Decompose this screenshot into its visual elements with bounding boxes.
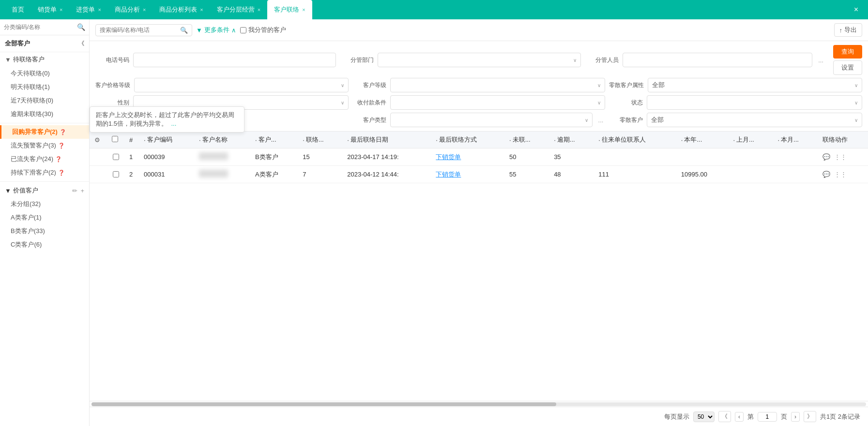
sidebar-item-class-b[interactable]: B类客户(33): [0, 224, 89, 238]
value-customers-add-icon[interactable]: +: [80, 187, 84, 194]
row2-checkbox[interactable]: [113, 171, 119, 177]
export-icon: ↑: [839, 27, 843, 34]
row2-name: [194, 166, 250, 183]
payment-select[interactable]: ∨: [390, 95, 606, 110]
column-settings-icon[interactable]: ⚙: [94, 136, 100, 144]
sidebar-search-icon[interactable]: 🔍: [77, 23, 85, 31]
my-customers-checkbox-label[interactable]: 我分管的客户: [240, 26, 286, 34]
help-icon-churned[interactable]: ❓: [55, 156, 62, 162]
help-icon-declining[interactable]: ❓: [58, 170, 65, 176]
col-customer-name: · 客户名称: [194, 132, 250, 148]
gender-label: 性别: [95, 99, 129, 107]
sidebar-item-ungrouped[interactable]: 未分组(32): [0, 197, 89, 211]
search-icon[interactable]: 🔍: [180, 27, 188, 34]
horizontal-scrollbar[interactable]: [90, 401, 868, 407]
sidebar-value-customers-header[interactable]: ▼ 价值客户 ✏ +: [0, 184, 89, 197]
sidebar-item-declining[interactable]: 持续下滑客户(2) ❓: [0, 166, 89, 179]
gender-arrow-icon: ∨: [341, 100, 344, 105]
col-last-contact-method: · 最后联络方式: [431, 132, 504, 148]
customer-level-label: 客户等级: [352, 81, 386, 89]
sidebar-divider-1: [0, 123, 89, 123]
help-icon-churn-warning[interactable]: ❓: [58, 143, 65, 149]
branch-person-more-icon[interactable]: ...: [816, 57, 825, 64]
retail-attr-select[interactable]: 全部 ∨: [648, 78, 862, 92]
branch-person-select[interactable]: [623, 53, 812, 67]
nav-customer-tiering[interactable]: 客户分层经营 ×: [210, 0, 267, 19]
row2-last-method[interactable]: 下销货单: [431, 166, 504, 183]
customer-type-more-icon[interactable]: ...: [596, 117, 606, 124]
close-goods-analysis-list-tab[interactable]: ×: [200, 7, 203, 13]
row2-chat-icon[interactable]: 💬: [822, 171, 830, 178]
scrollbar-thumb[interactable]: [91, 402, 556, 406]
prev-page-button[interactable]: ‹: [735, 412, 744, 422]
row1-chat-icon[interactable]: 💬: [822, 153, 830, 161]
col-this-year: · 本年...: [676, 132, 729, 148]
my-customers-checkbox[interactable]: [240, 27, 246, 33]
row2-more-icon[interactable]: ⋮⋮: [834, 171, 847, 178]
settings-button[interactable]: 设置: [833, 60, 862, 75]
status-select[interactable]: ∨: [647, 95, 862, 110]
close-goods-analysis-tab[interactable]: ×: [143, 7, 146, 13]
sidebar-item-class-c[interactable]: C类客户(6): [0, 238, 89, 251]
nav-customer-contact[interactable]: 客户联络 ×: [267, 0, 312, 19]
value-customers-settings-icon[interactable]: ✏: [72, 187, 77, 194]
query-button[interactable]: 查询: [833, 45, 862, 59]
per-page-select[interactable]: 50: [693, 411, 715, 422]
nav-sales[interactable]: 销货单 ×: [31, 0, 69, 19]
nav-purchase[interactable]: 进货单 ×: [69, 0, 107, 19]
phone-input[interactable]: [133, 53, 336, 67]
customer-type-select[interactable]: ∨: [390, 113, 593, 127]
row1-more-icon[interactable]: ⋮⋮: [834, 153, 847, 161]
tooltip-more-link[interactable]: ...: [171, 120, 176, 127]
row1-overdue: 35: [549, 148, 594, 166]
sidebar-item-repurchase-anomaly[interactable]: 回购异常客户(2) ❓: [0, 125, 89, 139]
sidebar-search-area: 🔍: [0, 19, 89, 35]
table-row: 1 000039 B类客户 15 2023-04-17 14:19: 下销货单 …: [90, 148, 868, 166]
sidebar-group-pending[interactable]: ▼ 待联络客户: [0, 52, 89, 67]
close-purchase-tab[interactable]: ×: [98, 7, 101, 13]
last-page-button[interactable]: 》: [804, 411, 816, 422]
nav-goods-analysis[interactable]: 商品分析 ×: [108, 0, 152, 19]
content-area: 🔍 ▼ 更多条件 ∧ 我分管的客户 ↑ 导出 电话号码: [90, 19, 868, 426]
col-settings[interactable]: ⚙: [90, 132, 107, 148]
sidebar-item-tomorrow[interactable]: 明天待联络(1): [0, 80, 89, 94]
filter-icon: ▼: [196, 27, 202, 34]
sidebar-search-input[interactable]: [4, 24, 77, 30]
nav-home[interactable]: 首页: [5, 0, 31, 19]
row1-last-method[interactable]: 下销货单: [431, 148, 504, 166]
page-number-input[interactable]: [758, 412, 777, 422]
search-input[interactable]: [100, 27, 178, 33]
retail-customer-select[interactable]: 全部 ∨: [647, 113, 862, 127]
more-conditions-button[interactable]: ▼ 更多条件 ∧: [196, 26, 236, 34]
data-table: ⚙ # · 客户编码: [90, 132, 868, 183]
value-group-triangle-icon: ▼: [5, 187, 11, 194]
row2-this-month: [773, 166, 817, 183]
select-all-checkbox[interactable]: [112, 136, 118, 142]
payment-arrow-icon: ∨: [597, 100, 601, 105]
sidebar-item-overdue[interactable]: 逾期未联络(30): [0, 107, 89, 121]
first-page-button[interactable]: 《: [718, 411, 731, 422]
branch-dept-select[interactable]: ∨: [378, 53, 580, 67]
row1-name: [194, 148, 250, 166]
export-button[interactable]: ↑ 导出: [834, 23, 863, 37]
price-level-select[interactable]: ∨: [134, 78, 349, 92]
sidebar-item-today[interactable]: 今天待联络(0): [0, 67, 89, 80]
close-customer-tiering-tab[interactable]: ×: [258, 7, 260, 13]
close-customer-contact-tab[interactable]: ×: [302, 7, 305, 13]
row2-type: A类客户: [250, 166, 298, 183]
window-close-button[interactable]: ×: [849, 5, 863, 14]
close-sales-tab[interactable]: ×: [60, 7, 62, 13]
sidebar-collapse-button[interactable]: 《: [78, 40, 84, 48]
sidebar-item-churned[interactable]: 已流失客户(24) ❓: [0, 152, 89, 166]
scrollbar-track[interactable]: [91, 402, 866, 406]
row1-num: 1: [124, 148, 139, 166]
sidebar-item-7days[interactable]: 近7天待联络(0): [0, 94, 89, 107]
next-page-button[interactable]: ›: [791, 412, 800, 422]
sidebar-item-churn-warning[interactable]: 流失预警客户(3) ❓: [0, 139, 89, 152]
sidebar-content: 全部客户 《 ▼ 待联络客户 今天待联络(0) 明天待联络(1) 近7天待联络(…: [0, 35, 89, 426]
row1-checkbox[interactable]: [113, 154, 119, 160]
customer-level-select[interactable]: ∨: [390, 78, 606, 92]
sidebar-item-class-a[interactable]: A类客户(1): [0, 211, 89, 224]
help-icon-repurchase[interactable]: ❓: [60, 129, 66, 135]
nav-goods-analysis-list[interactable]: 商品分析列表 ×: [152, 0, 210, 19]
